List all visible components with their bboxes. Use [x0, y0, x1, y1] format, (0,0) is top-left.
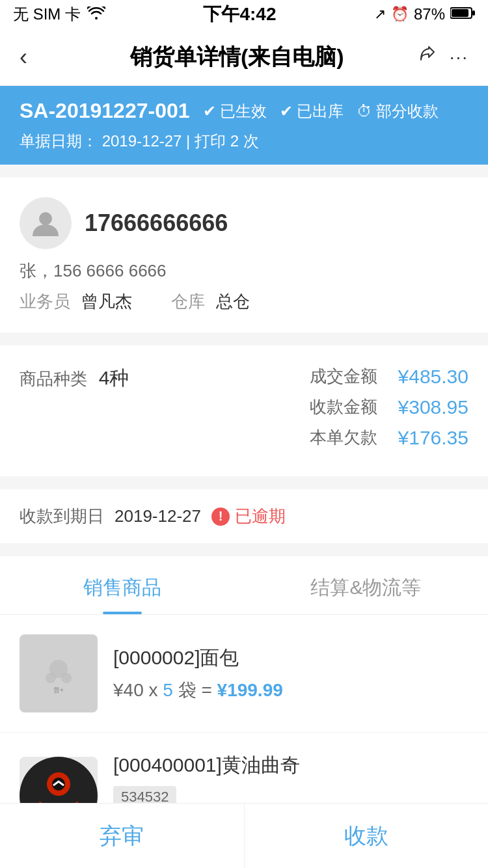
overdue-badge: ! 已逾期: [211, 505, 286, 528]
svg-point-5: [46, 673, 56, 683]
collect-payment-button[interactable]: 收款: [245, 804, 489, 868]
alarm-icon: ⏰: [391, 6, 409, 23]
abandon-review-button[interactable]: 弃审: [0, 804, 245, 868]
order-id: SA-20191227-001: [20, 99, 190, 123]
status-effective: ✔ 已生效: [203, 101, 267, 122]
svg-point-3: [39, 212, 52, 225]
carrier-label: 无 SIM 卡: [13, 4, 81, 25]
deal-amount-row: 成交金额 ¥485.30: [244, 365, 468, 388]
customer-name-phone: 张，156 6666 6666: [20, 260, 468, 282]
nav-right-actions: ···: [416, 44, 468, 70]
order-date-row: 单据日期： 2019-12-27 | 打印 2 次: [20, 131, 468, 152]
customer-meta-row: 业务员 曾凡杰 仓库 总仓: [20, 290, 468, 313]
status-bar-time: 下午4:42: [203, 2, 276, 27]
svg-point-6: [61, 673, 72, 683]
tabs-header: 销售商品 结算&物流等: [0, 556, 488, 615]
sales-person: 业务员 曾凡杰: [20, 290, 132, 313]
page-title: 销货单详情(来自电脑): [59, 42, 416, 72]
status-bar-right: ↗ ⏰ 87%: [374, 5, 475, 23]
status-bar: 无 SIM 卡 下午4:42 ↗ ⏰ 87%: [0, 0, 488, 29]
product-price-1: ¥40 x 5 袋 = ¥199.99: [113, 678, 468, 703]
order-header-top: SA-20191227-001 ✔ 已生效 ✔ 已出库 ⏱ 部分收款: [20, 99, 468, 123]
back-button[interactable]: ‹: [20, 44, 59, 71]
battery-icon: [450, 5, 475, 23]
bottom-bar: 弃审 收款: [0, 803, 488, 868]
svg-rect-2: [452, 9, 468, 17]
status-bar-left: 无 SIM 卡: [13, 4, 105, 25]
clock-icon: ⏱: [357, 102, 372, 120]
battery-label: 87%: [414, 5, 445, 23]
check-icon-2: ✔: [280, 102, 293, 120]
product-name-2: [000400001]黄油曲奇: [113, 752, 468, 779]
tab-sales-goods[interactable]: 销售商品: [0, 556, 244, 614]
product-info-1: [0000002]面包 ¥40 x 5 袋 = ¥199.99: [113, 645, 468, 703]
stats-left: 商品种类 4种: [20, 365, 244, 392]
overdue-text: 已逾期: [235, 505, 286, 528]
nav-bar: ‹ 销货单详情(来自电脑) ···: [0, 29, 488, 86]
stats-right: 成交金额 ¥485.30 收款金额 ¥308.95 本单欠款 ¥176.35: [244, 365, 468, 457]
overdue-icon: !: [211, 508, 230, 526]
product-thumbnail-1: 普+: [20, 634, 98, 712]
svg-rect-1: [472, 10, 475, 16]
product-name-1: [0000002]面包: [113, 645, 468, 671]
location-icon: ↗: [374, 6, 386, 23]
svg-text:普+: 普+: [53, 686, 64, 694]
status-shipped: ✔ 已出库: [280, 101, 344, 122]
more-icon[interactable]: ···: [450, 47, 468, 68]
order-header-band: SA-20191227-001 ✔ 已生效 ✔ 已出库 ⏱ 部分收款 单据日期：…: [0, 86, 488, 165]
customer-phone: 17666666666: [85, 210, 228, 237]
status-partial-paid: ⏱ 部分收款: [357, 101, 439, 122]
due-date-section: 收款到期日 2019-12-27 ! 已逾期: [0, 489, 488, 543]
avatar: [20, 197, 72, 249]
share-icon[interactable]: [416, 44, 437, 70]
tab-settlement[interactable]: 结算&物流等: [244, 556, 488, 614]
debt-amount-row: 本单欠款 ¥176.35: [244, 426, 468, 449]
customer-row: 17666666666: [20, 197, 468, 249]
customer-section: 17666666666 张，156 6666 6666 业务员 曾凡杰 仓库 总…: [0, 178, 488, 332]
check-icon-1: ✔: [203, 102, 216, 120]
wifi-icon: [87, 5, 105, 23]
stats-section: 商品种类 4种 成交金额 ¥485.30 收款金额 ¥308.95 本单欠款 ¥…: [0, 346, 488, 476]
product-item: 普+ [0000002]面包 ¥40 x 5 袋 = ¥199.99: [0, 615, 488, 733]
received-amount-row: 收款金额 ¥308.95: [244, 396, 468, 418]
warehouse: 仓库 总仓: [171, 290, 250, 313]
